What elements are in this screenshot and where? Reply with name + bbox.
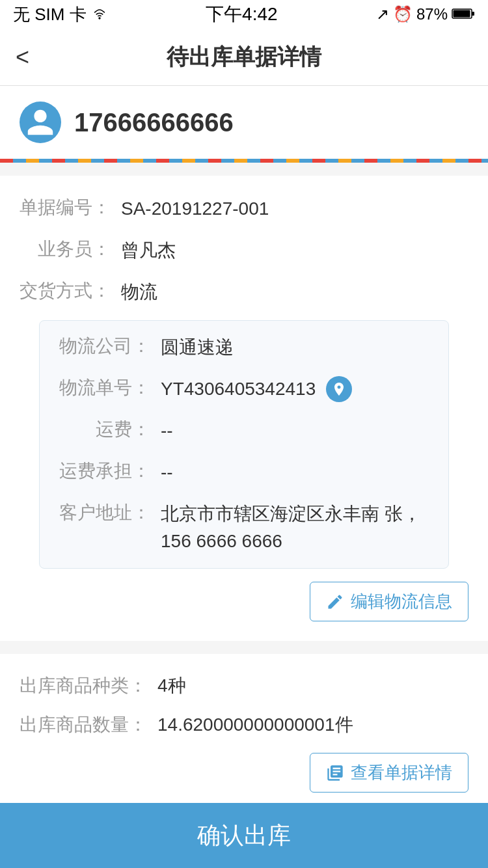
order-no-label: 单据编号： [20, 195, 111, 220]
address-row: 客户地址： 北京市市辖区海淀区永丰南 张，156 6666 6666 [59, 500, 429, 555]
address-label: 客户地址： [59, 500, 150, 525]
delivery-row: 交货方式： 物流 [20, 278, 468, 306]
svg-rect-3 [454, 10, 470, 18]
delivery-value: 物流 [121, 278, 468, 306]
location-pin-button[interactable] [326, 376, 352, 402]
goods-quantity-label: 出库商品数量： [20, 712, 147, 737]
edit-btn-container: 编辑物流信息 [20, 582, 468, 621]
wifi-icon [92, 5, 107, 25]
salesman-row: 业务员： 曾凡杰 [20, 237, 468, 264]
tracking-row: 物流单号： YT4306405342413 [59, 375, 429, 403]
status-bar: 无 SIM 卡 下午4:42 ↗ ⏰ 87% [0, 0, 488, 29]
goods-type-label: 出库商品种类： [20, 673, 147, 698]
goods-quantity-value: 14.620000000000001件 [157, 712, 353, 737]
order-info-card: 单据编号： SA-20191227-001 业务员： 曾凡杰 交货方式： 物流 … [0, 176, 488, 641]
order-no-row: 单据编号： SA-20191227-001 [20, 195, 468, 223]
freight-bearer-label: 运费承担： [59, 459, 150, 483]
freight-bearer-value: -- [161, 459, 429, 486]
detail-btn-container: 查看单据详情 [20, 753, 468, 793]
goods-quantity-row: 出库商品数量： 14.620000000000001件 [20, 712, 468, 737]
edit-logistics-label: 编辑物流信息 [351, 590, 452, 613]
section-divider [0, 641, 488, 654]
svg-point-0 [99, 18, 100, 19]
goods-card: 出库商品种类： 4种 出库商品数量： 14.620000000000001件 查… [0, 654, 488, 812]
customer-phone: 17666666666 [74, 108, 234, 137]
status-right: ↗ ⏰ 87% [376, 5, 475, 23]
location-icon: ↗ [376, 5, 389, 23]
tracking-value-row: YT4306405342413 [161, 375, 429, 403]
battery-text: 87% [416, 5, 448, 23]
freight-bearer-row: 运费承担： -- [59, 459, 429, 486]
order-info-section: 单据编号： SA-20191227-001 业务员： 曾凡杰 交货方式： 物流 … [0, 176, 488, 641]
confirm-button-bar[interactable]: 确认出库 [0, 803, 488, 868]
tracking-label: 物流单号： [59, 375, 150, 400]
confirm-button-label: 确认出库 [197, 820, 291, 852]
avatar [20, 102, 61, 143]
main-content: 17666666666 单据编号： SA-20191227-001 业务员： 曾… [0, 86, 488, 868]
page-title: 待出库单据详情 [167, 42, 321, 72]
view-detail-label: 查看单据详情 [351, 761, 452, 784]
battery-icon [452, 5, 475, 23]
address-value: 北京市市辖区海淀区永丰南 张，156 6666 6666 [161, 500, 429, 555]
view-detail-button[interactable]: 查看单据详情 [310, 753, 468, 793]
dashed-divider [0, 159, 488, 163]
logistics-card: 物流公司： 圆通速递 物流单号： YT4306405342413 [39, 320, 449, 569]
goods-type-value: 4种 [157, 673, 186, 698]
salesman-label: 业务员： [20, 237, 111, 262]
freight-label: 运费： [59, 417, 150, 442]
back-button[interactable]: < [16, 44, 29, 71]
carrier-text: 无 SIM 卡 [13, 3, 87, 26]
edit-logistics-button[interactable]: 编辑物流信息 [310, 582, 468, 621]
logistics-company-label: 物流公司： [59, 334, 150, 359]
status-time: 下午4:42 [206, 2, 278, 27]
alarm-icon: ⏰ [393, 5, 413, 23]
salesman-value: 曾凡杰 [121, 237, 468, 264]
goods-type-row: 出库商品种类： 4种 [20, 673, 468, 698]
nav-bar: < 待出库单据详情 [0, 29, 488, 86]
freight-row: 运费： -- [59, 417, 429, 444]
freight-value: -- [161, 417, 429, 444]
delivery-label: 交货方式： [20, 278, 111, 303]
order-no-value: SA-20191227-001 [121, 195, 468, 223]
tracking-number: YT4306405342413 [161, 375, 316, 403]
status-left: 无 SIM 卡 [13, 3, 107, 26]
logistics-company-row: 物流公司： 圆通速递 [59, 334, 429, 361]
svg-rect-2 [472, 12, 474, 16]
logistics-company-value: 圆通速递 [161, 334, 429, 361]
customer-header: 17666666666 [0, 86, 488, 159]
